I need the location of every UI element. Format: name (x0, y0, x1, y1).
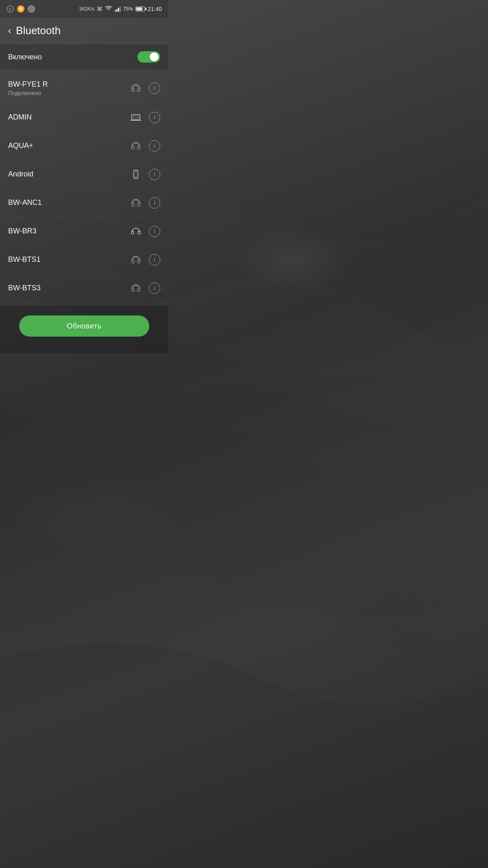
laptop-icon (129, 111, 142, 124)
device-name: BW-BTS3 (8, 284, 129, 292)
device-info: Android (8, 170, 129, 178)
phone-icon (129, 168, 142, 181)
ball-status-icon (28, 5, 35, 13)
device-name: ADMIN (8, 113, 129, 122)
device-info: AQUA+ (8, 141, 129, 150)
info-icon[interactable]: i (149, 83, 160, 94)
svg-point-6 (131, 231, 134, 234)
page-title: Bluetooth (16, 24, 61, 37)
signal-bars (115, 6, 121, 12)
battery-percent: 75% (123, 6, 133, 12)
headphone-icon (129, 139, 142, 152)
info-icon[interactable]: i (149, 197, 160, 209)
device-actions: i (129, 111, 160, 124)
wifi-icon (105, 6, 112, 13)
device-list: BW-FYE1 R Подключено i ADMIN (0, 70, 168, 306)
device-item[interactable]: AQUA+ i (0, 132, 168, 160)
svg-point-7 (138, 231, 140, 234)
device-name: BW-BR3 (8, 227, 129, 235)
battery-icon (135, 7, 145, 11)
svg-point-5 (135, 177, 136, 178)
device-item[interactable]: BW-FYE1 R Подключено i (0, 74, 168, 103)
device-actions: i (129, 168, 160, 181)
headphone-icon (129, 282, 142, 295)
play-status-icon: ▶ (7, 5, 14, 13)
toggle-thumb (150, 52, 159, 61)
device-info: BW-BTS1 (8, 255, 129, 264)
device-actions: i (129, 225, 160, 238)
device-info: BW-BTS3 (8, 284, 129, 292)
device-item[interactable]: Android i (0, 160, 168, 189)
page-header: ‹ Bluetooth (0, 18, 168, 44)
status-icons-left: ▶ B (7, 5, 35, 13)
info-icon[interactable]: i (149, 226, 160, 237)
device-actions: i (129, 82, 160, 95)
back-button[interactable]: ‹ (8, 26, 11, 35)
info-icon[interactable]: i (149, 169, 160, 180)
device-item[interactable]: BW-BTS1 i (0, 246, 168, 274)
device-name: Android (8, 170, 129, 178)
device-item[interactable]: BW-ANC1 i (0, 189, 168, 217)
device-actions: i (129, 282, 160, 295)
device-name: BW-ANC1 (8, 198, 129, 207)
device-actions: i (129, 253, 160, 266)
device-info: BW-ANC1 (8, 198, 129, 207)
device-actions: i (129, 139, 160, 152)
bluetooth-toggle-row[interactable]: Включено (0, 44, 168, 70)
coin-status-icon: B (17, 5, 24, 13)
settings-container: Включено BW-FYE1 R Подключено (0, 44, 168, 306)
device-info: BW-FYE1 R Подключено (8, 80, 129, 96)
device-item[interactable]: ADMIN i (0, 103, 168, 132)
bluetooth-toggle-switch[interactable] (137, 51, 160, 63)
device-name: AQUA+ (8, 141, 129, 150)
device-name: BW-BTS1 (8, 255, 129, 264)
info-icon[interactable]: i (149, 283, 160, 294)
headphone-icon (129, 253, 142, 266)
info-icon[interactable]: i (149, 254, 160, 265)
device-item[interactable]: BW-BTS3 i (0, 274, 168, 302)
headphone-full-icon (129, 225, 142, 238)
info-icon[interactable]: i (149, 140, 160, 152)
network-speed: 341K/s (79, 6, 94, 12)
svg-rect-0 (132, 115, 140, 120)
headphone-icon (129, 196, 142, 209)
svg-rect-2 (133, 116, 138, 119)
status-right: 341K/s ⌘ 75% (79, 6, 162, 13)
bluetooth-status-icon: ⌘ (97, 6, 102, 12)
headphone-icon (129, 82, 142, 95)
status-bar: ▶ B 341K/s ⌘ 75% (0, 0, 168, 18)
device-info: ADMIN (8, 113, 129, 122)
device-status: Подключено (8, 90, 129, 96)
device-name: BW-FYE1 R (8, 80, 129, 89)
info-icon[interactable]: i (149, 112, 160, 123)
bluetooth-toggle-label: Включено (8, 53, 42, 61)
device-info: BW-BR3 (8, 227, 129, 235)
bottom-area: Обновить (0, 306, 168, 353)
refresh-button[interactable]: Обновить (19, 315, 149, 337)
time-display: 21:40 (148, 6, 162, 12)
device-item[interactable]: BW-BR3 i (0, 217, 168, 246)
device-actions: i (129, 196, 160, 209)
